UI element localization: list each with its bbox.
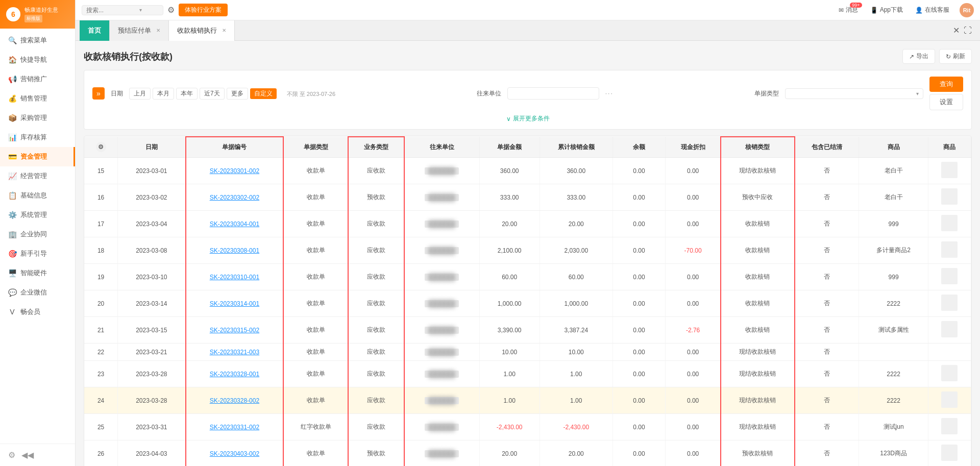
topbar-message[interactable]: ✉ 消息 99+ xyxy=(839,6,858,14)
date-last-7days-btn[interactable]: 近7天 xyxy=(200,88,225,100)
col-header-partner[interactable]: 往来单位 xyxy=(404,137,480,158)
cell-receipt-type: 收款单 xyxy=(283,344,348,361)
export-button[interactable]: ↗ 导出 xyxy=(902,49,935,64)
cell-partner: ██████ xyxy=(404,361,480,387)
cell-discount: -2.76 xyxy=(666,317,721,344)
cell-biz-type: 应收款 xyxy=(348,290,404,317)
tab-receipt-ver-close[interactable]: ✕ xyxy=(222,28,226,33)
cell-partner: ██████ xyxy=(404,211,480,237)
cell-settled: 否 xyxy=(795,361,859,387)
cell-partner: ██████ xyxy=(404,440,480,467)
topbar-search-input[interactable] xyxy=(86,7,137,14)
cell-amount: 333.00 xyxy=(479,184,540,211)
tab-home-label: 首页 xyxy=(88,26,101,35)
cell-date: 2023-03-28 xyxy=(118,361,186,387)
sidebar-item-guide[interactable]: 🎯 新手引导 xyxy=(0,244,75,263)
user-avatar[interactable]: Rit xyxy=(960,3,974,17)
cell-amount: 20.00 xyxy=(479,211,540,237)
cell-order-no: SK-20230314-001 xyxy=(186,290,284,317)
cell-goods-thumb xyxy=(928,387,971,414)
sidebar-item-purchase[interactable]: 📦 采购管理 xyxy=(0,108,75,128)
cell-cum-amount: 20.00 xyxy=(540,211,612,237)
col-header-ver-type[interactable]: 核销类型 xyxy=(721,137,795,158)
refresh-button[interactable]: ↻ 刷新 xyxy=(939,49,972,64)
tab-receipt-ver[interactable]: 收款核销执行 ✕ xyxy=(169,20,235,41)
order-no-link[interactable]: SK-20230301-002 xyxy=(210,167,259,175)
col-header-biz-type[interactable]: 业务类型 xyxy=(348,137,404,158)
filter-row: » 日期 上月 本月 本年 近7天 更多 自定义 不限 至 2023-07-26… xyxy=(92,77,963,110)
table-row: 21 2023-03-15 SK-20230315-002 收款单 应收款 ██… xyxy=(84,317,971,344)
order-no-link[interactable]: SK-20230304-001 xyxy=(210,220,259,228)
sidebar-item-system[interactable]: ⚙️ 系统管理 xyxy=(0,205,75,225)
col-header-num[interactable]: ⚙ xyxy=(84,137,118,158)
cell-balance: 0.00 xyxy=(612,387,665,414)
partner-input[interactable] xyxy=(507,87,599,100)
tab-presale-close[interactable]: ✕ xyxy=(156,28,160,33)
page-actions: ↗ 导出 ↻ 刷新 xyxy=(902,49,972,64)
sidebar-item-basic[interactable]: 📋 基础信息 xyxy=(0,186,75,205)
sidebar-item-hardware[interactable]: 🖥️ 智能硬件 xyxy=(0,263,75,283)
col-header-date[interactable]: 日期 xyxy=(118,137,186,158)
cell-balance: 0.00 xyxy=(612,361,665,387)
sidebar-item-label: 搜索菜单 xyxy=(20,36,47,45)
date-custom-btn[interactable]: 自定义 xyxy=(250,88,277,99)
order-no-link[interactable]: SK-20230302-002 xyxy=(210,194,259,201)
order-no-link[interactable]: SK-20230308-001 xyxy=(210,247,259,254)
col-header-receipt-type[interactable]: 单据类型 xyxy=(283,137,348,158)
order-no-link[interactable]: SK-20230328-001 xyxy=(210,371,259,378)
order-no-link[interactable]: SK-20230321-003 xyxy=(210,349,259,356)
receipt-type-select[interactable]: ▾ xyxy=(785,88,923,99)
sidebar-item-member[interactable]: V 畅会员 xyxy=(0,302,75,322)
order-no-link[interactable]: SK-20230310-001 xyxy=(210,274,259,281)
cell-amount: 2,100.00 xyxy=(479,237,540,264)
col-header-order-no[interactable]: 单据编号 xyxy=(186,137,284,158)
date-last-month-btn[interactable]: 上月 xyxy=(129,88,151,100)
settings-icon[interactable]: ⚙ xyxy=(8,450,15,460)
sidebar-item-quicknav[interactable]: 🏠 快捷导航 xyxy=(0,50,75,69)
topbar-app-download[interactable]: 📱 App下载 xyxy=(870,6,903,14)
app-label: App下载 xyxy=(880,6,903,14)
order-no-link[interactable]: SK-20230403-002 xyxy=(210,450,259,457)
col-header-goods[interactable]: 商品 xyxy=(859,137,928,158)
sidebar-item-operation[interactable]: 📈 经营管理 xyxy=(0,166,75,186)
filter-settings-button[interactable]: 设置 xyxy=(929,94,963,110)
date-this-year-btn[interactable]: 本年 xyxy=(176,88,198,100)
table-row: 20 2023-03-14 SK-20230314-001 收款单 应收款 ██… xyxy=(84,290,971,317)
col-header-settled[interactable]: 包含已结清 xyxy=(795,137,859,158)
order-no-link[interactable]: SK-20230328-002 xyxy=(210,397,259,404)
tab-close-all-icon[interactable]: ✕ xyxy=(953,26,960,35)
topbar-online-service[interactable]: 👤 在线客服 xyxy=(915,6,949,14)
cell-goods-thumb xyxy=(928,290,971,317)
order-no-link[interactable]: SK-20230314-001 xyxy=(210,300,259,307)
sidebar-item-wechat[interactable]: 💬 企业微信 xyxy=(0,283,75,302)
cell-receipt-type: 收款单 xyxy=(283,387,348,414)
sidebar-item-sales[interactable]: 💰 销售管理 xyxy=(0,89,75,108)
tab-presale[interactable]: 预结应付单 ✕ xyxy=(110,20,169,41)
date-this-month-btn[interactable]: 本月 xyxy=(153,88,174,100)
sidebar-item-marketing[interactable]: 📢 营销推广 xyxy=(0,69,75,89)
topbar-search-area[interactable]: ▾ xyxy=(82,5,163,15)
col-header-cum-amount[interactable]: 累计核销金额 xyxy=(540,137,612,158)
expand-conditions-btn[interactable]: ∨ 展开更多条件 xyxy=(92,114,963,123)
date-more-btn[interactable]: 更多 xyxy=(227,88,248,100)
sidebar-item-finance[interactable]: 💳 资金管理 xyxy=(0,147,75,166)
sidebar-item-enterprise[interactable]: 🏢 企业协同 xyxy=(0,225,75,244)
col-header-balance[interactable]: 余额 xyxy=(612,137,665,158)
sidebar-item-search[interactable]: 🔍 搜索菜单 xyxy=(0,31,75,50)
sidebar-item-inventory[interactable]: 📊 库存核算 xyxy=(0,128,75,147)
collapse-icon[interactable]: ◀◀ xyxy=(21,450,34,460)
filter-dots: ··· xyxy=(605,90,614,97)
gear-icon[interactable]: ⚙ xyxy=(96,142,106,152)
tab-expand-icon[interactable]: ⛶ xyxy=(964,26,972,35)
solution-button[interactable]: 体验行业方案 xyxy=(179,4,228,16)
col-header-discount[interactable]: 现金折扣 xyxy=(666,137,721,158)
tab-home[interactable]: 首页 xyxy=(80,20,110,41)
order-no-link[interactable]: SK-20230331-002 xyxy=(210,424,259,431)
query-button[interactable]: 查询 xyxy=(929,77,963,92)
filter-expand-button[interactable]: » xyxy=(92,87,105,100)
order-no-link[interactable]: SK-20230315-002 xyxy=(210,327,259,334)
col-header-goods-thumb[interactable]: 商品 xyxy=(928,137,971,158)
cell-goods: 123D商品 xyxy=(859,440,928,467)
topbar-gear-icon[interactable]: ⚙ xyxy=(167,5,175,15)
col-header-amount[interactable]: 单据金额 xyxy=(479,137,540,158)
